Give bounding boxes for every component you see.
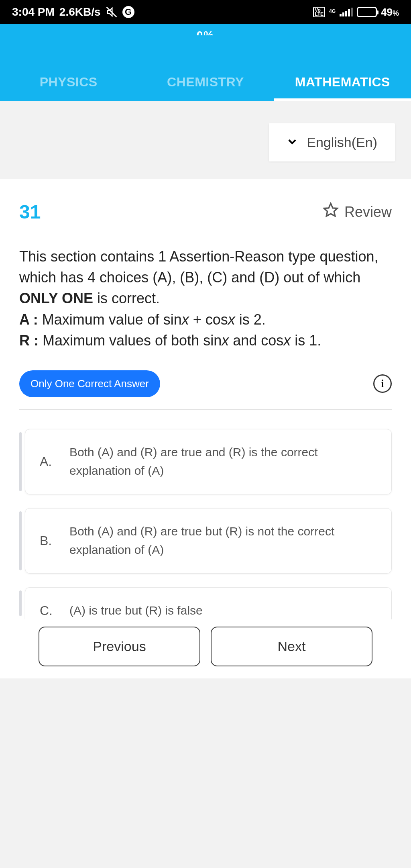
option-text: Both (A) and (R) are true but (R) is not… [69,522,377,560]
nav-row: Previous Next [19,619,392,678]
assertion-post: is 2. [235,311,266,328]
info-icon[interactable]: i [373,374,392,393]
chevron-down-icon [287,135,298,150]
reason-var2: x [283,332,291,349]
option-text: Both (A) and (R) are true and (R) is the… [69,443,377,480]
review-label: Review [344,204,392,221]
option-b[interactable]: B. Both (A) and (R) are true but (R) is … [25,508,392,574]
language-row: English(En) [0,101,411,179]
status-bar: 3:04 PM 2.6KB/s G VoLTE 4G 49% [0,0,411,24]
option-c-wrap: C. (A) is true but (R) is false [19,587,392,619]
option-letter: C. [40,603,56,618]
battery-percent: 49% [381,6,399,18]
question-number: 31 [19,201,41,223]
assertion-var2: x [228,311,235,328]
mute-icon [106,6,118,18]
star-icon [323,202,339,222]
reason-label: R : [19,332,43,349]
question-card: 31 Review This section contains 1 Assert… [0,179,411,678]
answer-type-badge: Only One Correct Answer [19,370,160,397]
option-a-wrap: A. Both (A) and (R) are true and (R) is … [19,429,392,494]
intro-bold: ONLY ONE [19,290,93,306]
review-button[interactable]: Review [323,202,392,222]
reason-post: is 1. [291,332,321,349]
language-selector[interactable]: English(En) [269,123,395,161]
status-left: 3:04 PM 2.6KB/s G [12,6,134,18]
tab-physics[interactable]: PHYSICS [0,64,137,101]
question-text: This section contains 1 Assertion-Reason… [19,246,392,351]
tab-mathematics[interactable]: MATHEMATICS [274,64,411,101]
assertion-label: A : [19,311,42,328]
tab-chemistry[interactable]: CHEMISTRY [137,64,274,101]
question-header-row: 31 Review [19,201,392,223]
option-letter: B. [40,533,56,548]
assertion-mid: + cos [189,311,228,328]
reason-pre: Maximum values of both sin [43,332,222,349]
badge-row: Only One Correct Answer i [19,370,392,397]
intro-post: is correct. [93,290,160,306]
reason-var1: x [222,332,229,349]
previous-button[interactable]: Previous [39,627,200,666]
option-c[interactable]: C. (A) is true but (R) is false [25,587,392,619]
app-header: 0% PHYSICS CHEMISTRY MATHEMATICS [0,24,411,101]
assertion-var1: x [182,311,189,328]
reason-mid: and cos [229,332,283,349]
status-speed: 2.6KB/s [59,6,101,18]
language-label: English(En) [307,135,377,150]
option-b-wrap: B. Both (A) and (R) are true but (R) is … [19,508,392,574]
intro-pre: This section contains 1 Assertion-Reason… [19,248,378,286]
status-right: VoLTE 4G 49% [313,6,399,18]
next-button[interactable]: Next [211,627,372,666]
volte-icon: VoLTE [313,7,325,17]
network-4g-label: 4G [329,8,336,14]
battery-icon [357,7,377,17]
option-a[interactable]: A. Both (A) and (R) are true and (R) is … [25,429,392,494]
header-clip-text: 0% [197,27,214,35]
signal-icon [340,8,353,16]
header-top: 0% [0,24,411,64]
option-text: (A) is true but (R) is false [69,601,203,619]
google-icon: G [122,6,134,18]
subject-tabs: PHYSICS CHEMISTRY MATHEMATICS [0,64,411,101]
option-letter: A. [40,454,56,469]
svg-marker-1 [324,203,337,216]
status-time: 3:04 PM [12,6,55,18]
divider [19,409,392,410]
assertion-pre: Maximum value of sin [42,311,182,328]
